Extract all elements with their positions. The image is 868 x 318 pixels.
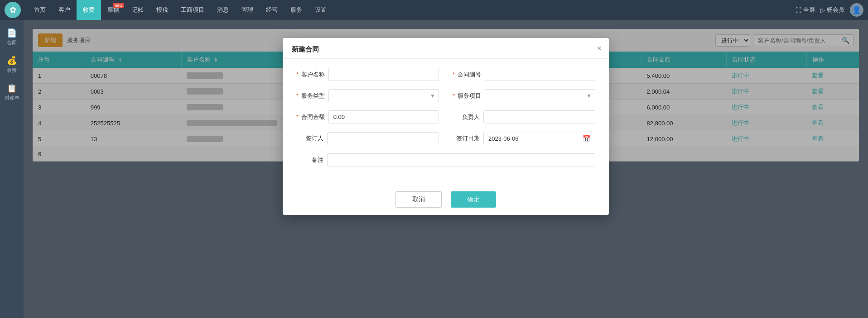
billing-icon: 💰 [7, 56, 17, 66]
form-group-amount: * 合同金额 [296, 110, 439, 123]
cancel-button[interactable]: 取消 [395, 191, 442, 208]
nav-menu: 首页 客户 收费 票据 new 记账 报税 工商项目 消息 管理 经营 服务 设… [28, 0, 796, 20]
signer-input[interactable] [327, 132, 439, 145]
form-row-1: * 客户名称 * 合同编号 [296, 68, 595, 81]
form-group-remark: 备注 [296, 153, 595, 166]
nav-admin[interactable]: 管理 [235, 0, 260, 20]
new-badge: new [113, 3, 124, 8]
customer-name-input[interactable] [328, 68, 439, 81]
form-group-contract-no: * 合同编号 [453, 68, 595, 81]
fullscreen-button[interactable]: ⛶ 全屏 [796, 6, 815, 14]
remark-label: 备注 [296, 156, 323, 164]
play-icon: ▷ [820, 7, 825, 14]
nav-home[interactable]: 首页 [28, 0, 52, 20]
nav-messages[interactable]: 消息 [211, 0, 235, 20]
sign-date-input[interactable] [488, 135, 580, 142]
form-row-4: 签订人 签订日期 📅 [296, 132, 595, 145]
responsible-label: 负责人 [453, 113, 480, 121]
member-button[interactable]: ▷ 畅会员 [820, 6, 844, 14]
form-group-signer: 签订人 [296, 132, 439, 145]
modal-overlay: 新建合同 × * 客户名称 [24, 20, 868, 318]
service-item-form-label: * 服务项目 [453, 92, 481, 100]
nav-bookkeeping[interactable]: 记账 [125, 0, 150, 20]
nav-operations[interactable]: 经营 [260, 0, 284, 20]
modal-title: 新建合同 [292, 45, 319, 53]
sidebar-item-statement[interactable]: 📋 对账单 [0, 80, 24, 105]
modal-header: 新建合同 × [283, 38, 609, 59]
form-group-customer: * 客户名称 [296, 68, 439, 81]
modal-close-button[interactable]: × [597, 44, 602, 52]
service-type-label: * 服务类型 [296, 92, 325, 100]
sign-date-wrapper: 📅 [483, 132, 595, 145]
nav-invoice[interactable]: 票据 new [101, 0, 125, 20]
statement-icon: 📋 [7, 83, 17, 93]
contract-no-label: * 合同编号 [453, 71, 481, 79]
service-item-select[interactable] [485, 89, 595, 102]
nav-tax[interactable]: 报税 [150, 0, 174, 20]
content-area: 新增 服务项目 进行中 已完成 已终止 🔍 [24, 20, 868, 318]
nav-biz-projects[interactable]: 工商项目 [174, 0, 211, 20]
form-group-responsible: 负责人 [453, 110, 595, 123]
nav-billing[interactable]: 收费 [77, 0, 101, 20]
top-navigation: ✿ 首页 客户 收费 票据 new 记账 报税 工商项目 消息 管理 经营 服务… [0, 0, 868, 20]
contract-no-input[interactable] [485, 68, 595, 81]
service-type-select[interactable] [328, 89, 439, 102]
nav-right-area: ⛶ 全屏 ▷ 畅会员 👤 [796, 3, 863, 17]
sidebar-item-billing[interactable]: 💰 收费 [0, 52, 24, 77]
avatar-icon: 👤 [852, 6, 861, 14]
calendar-icon[interactable]: 📅 [583, 135, 590, 142]
contract-amount-input[interactable] [328, 110, 439, 123]
customer-name-label: * 客户名称 [296, 71, 325, 79]
contract-amount-label: * 合同金额 [296, 113, 325, 121]
logo-icon: ✿ [10, 5, 16, 15]
new-contract-modal: 新建合同 × * 客户名称 [283, 38, 609, 215]
nav-service[interactable]: 服务 [284, 0, 309, 20]
fullscreen-icon: ⛶ [796, 7, 801, 14]
nav-settings[interactable]: 设置 [309, 0, 333, 20]
nav-customer[interactable]: 客户 [52, 0, 77, 20]
confirm-button[interactable]: 确定 [451, 191, 496, 208]
form-row-2: * 服务类型 ▼ * 服务项目 [296, 89, 595, 102]
service-type-select-wrapper: ▼ [328, 89, 439, 102]
form-group-service-type: * 服务类型 ▼ [296, 89, 439, 102]
main-layout: 📄 合同 💰 收费 📋 对账单 新增 服务项目 进行中 已完成 已终止 [0, 20, 868, 318]
form-row-3: * 合同金额 负责人 [296, 110, 595, 123]
service-item-select-wrapper: ▼ [485, 89, 595, 102]
contract-icon: 📄 [7, 28, 17, 38]
responsible-input[interactable] [483, 110, 595, 123]
form-row-5: 备注 [296, 153, 595, 166]
form-group-sign-date: 签订日期 📅 [453, 132, 595, 145]
sign-date-label: 签订日期 [453, 134, 480, 142]
form-group-service-item: * 服务项目 ▼ [453, 89, 595, 102]
remark-input[interactable] [327, 153, 595, 166]
modal-footer: 取消 确定 [283, 184, 609, 215]
sidebar: 📄 合同 💰 收费 📋 对账单 [0, 20, 24, 318]
signer-label: 签订人 [296, 134, 323, 142]
user-avatar[interactable]: 👤 [850, 3, 863, 17]
modal-body: * 客户名称 * 合同编号 [283, 59, 609, 184]
logo[interactable]: ✿ [5, 2, 21, 18]
sidebar-item-contract[interactable]: 📄 合同 [0, 24, 24, 50]
